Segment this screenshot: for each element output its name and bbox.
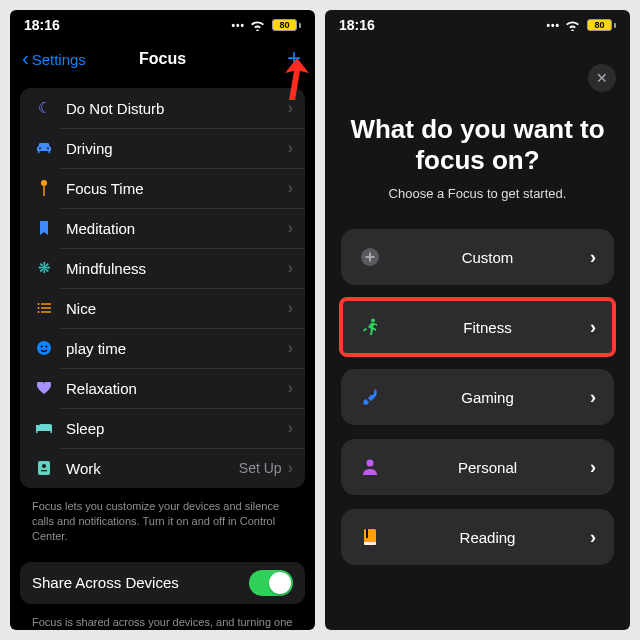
share-label: Share Across Devices xyxy=(32,574,249,591)
status-time: 18:16 xyxy=(24,17,60,33)
svg-point-22 xyxy=(371,319,375,323)
plus-circle-icon xyxy=(359,248,381,266)
settings-focus-screen: 18:16 ••• 80 ‹ Settings Focus + xyxy=(10,10,315,630)
status-bar: 18:16 ••• 80 xyxy=(10,10,315,40)
chevron-right-icon: › xyxy=(288,99,293,117)
focus-item-mindfulness[interactable]: ❋ Mindfulness › xyxy=(20,248,305,288)
battery-icon: 80 xyxy=(272,19,301,31)
focus-label: Focus Time xyxy=(66,180,288,197)
moon-icon: ☾ xyxy=(32,99,56,117)
chevron-right-icon: › xyxy=(288,139,293,157)
focus-label: Work xyxy=(66,460,239,477)
option-gaming[interactable]: Gaming › xyxy=(341,369,614,425)
focus-item-relaxation[interactable]: Relaxation › xyxy=(20,368,305,408)
chevron-right-icon: › xyxy=(590,317,596,338)
chevron-right-icon: › xyxy=(288,219,293,237)
option-label: Personal xyxy=(385,459,590,476)
hero-subtitle: Choose a Focus to get started. xyxy=(349,186,606,201)
bookmark-icon xyxy=(32,221,56,235)
svg-point-17 xyxy=(42,464,46,468)
chevron-left-icon: ‹ xyxy=(22,48,29,68)
chevron-right-icon: › xyxy=(288,299,293,317)
battery-icon: 80 xyxy=(587,19,616,31)
focus-label: Meditation xyxy=(66,220,288,237)
svg-rect-4 xyxy=(41,303,51,304)
focus-item-sleep[interactable]: Sleep › xyxy=(20,408,305,448)
svg-rect-21 xyxy=(366,256,375,258)
svg-rect-18 xyxy=(41,470,47,471)
hero: What do you want to focus on? Choose a F… xyxy=(325,40,630,205)
status-right: ••• 80 xyxy=(231,19,301,31)
option-label: Custom xyxy=(385,249,590,266)
rocket-icon xyxy=(359,388,381,406)
focus-item-dnd[interactable]: ☾ Do Not Disturb › xyxy=(20,88,305,128)
atom-icon: ❋ xyxy=(32,259,56,277)
svg-rect-2 xyxy=(43,185,44,196)
focus-trail: Set Up xyxy=(239,460,282,476)
svg-rect-12 xyxy=(36,428,52,431)
chevron-right-icon: › xyxy=(590,247,596,268)
svg-rect-13 xyxy=(36,425,39,428)
person-icon xyxy=(359,459,381,475)
runner-icon xyxy=(359,318,381,336)
focus-label: play time xyxy=(66,340,288,357)
chevron-right-icon: › xyxy=(288,259,293,277)
status-time: 18:16 xyxy=(339,17,375,33)
car-icon xyxy=(32,142,56,154)
svg-rect-6 xyxy=(41,307,51,308)
option-fitness[interactable]: Fitness › xyxy=(341,299,614,355)
chevron-right-icon: › xyxy=(288,379,293,397)
hero-title: What do you want to focus on? xyxy=(349,114,606,176)
choose-focus-screen: 18:16 ••• 80 ✕ What do you want to focus… xyxy=(325,10,630,630)
chevron-right-icon: › xyxy=(590,457,596,478)
battery-level: 80 xyxy=(279,20,289,30)
focus-item-focustime[interactable]: Focus Time › xyxy=(20,168,305,208)
focus-label: Relaxation xyxy=(66,380,288,397)
status-right: ••• 80 xyxy=(546,19,616,31)
add-focus-button[interactable]: + xyxy=(287,46,301,70)
svg-rect-14 xyxy=(36,431,38,433)
chevron-right-icon: › xyxy=(288,459,293,477)
wifi-dots-icon: ••• xyxy=(546,20,560,31)
svg-point-11 xyxy=(45,346,47,348)
svg-point-10 xyxy=(41,346,43,348)
back-button[interactable]: ‹ Settings xyxy=(22,50,86,68)
chevron-right-icon: › xyxy=(590,387,596,408)
share-toggle[interactable] xyxy=(249,570,293,596)
option-custom[interactable]: Custom › xyxy=(341,229,614,285)
wifi-icon xyxy=(565,20,580,31)
badge-icon xyxy=(32,461,56,475)
focus-item-nice[interactable]: Nice › xyxy=(20,288,305,328)
option-personal[interactable]: Personal › xyxy=(341,439,614,495)
focus-item-work[interactable]: Work Set Up › xyxy=(20,448,305,488)
book-icon xyxy=(359,529,381,545)
focus-list: ☾ Do Not Disturb › Driving › Focus Time … xyxy=(20,88,305,488)
option-reading[interactable]: Reading › xyxy=(341,509,614,565)
bed-icon xyxy=(32,423,56,433)
chevron-right-icon: › xyxy=(590,527,596,548)
share-across-devices-row[interactable]: Share Across Devices xyxy=(20,562,305,604)
focus-label: Mindfulness xyxy=(66,260,288,277)
focus-item-playtime[interactable]: play time › xyxy=(20,328,305,368)
focus-item-driving[interactable]: Driving › xyxy=(20,128,305,168)
chevron-right-icon: › xyxy=(288,339,293,357)
svg-point-9 xyxy=(37,341,51,355)
pin-icon xyxy=(32,180,56,196)
status-bar: 18:16 ••• 80 xyxy=(325,10,630,40)
svg-point-23 xyxy=(371,393,373,395)
wifi-dots-icon: ••• xyxy=(231,20,245,31)
focus-label: Driving xyxy=(66,140,288,157)
option-label: Gaming xyxy=(385,389,590,406)
focus-footer-text: Focus lets you customize your devices an… xyxy=(20,494,305,552)
nav-header: ‹ Settings Focus + xyxy=(10,40,315,78)
focus-item-meditation[interactable]: Meditation › xyxy=(20,208,305,248)
close-button[interactable]: ✕ xyxy=(588,64,616,92)
chevron-right-icon: › xyxy=(288,179,293,197)
back-label: Settings xyxy=(32,51,86,68)
focus-label: Do Not Disturb xyxy=(66,100,288,117)
svg-rect-15 xyxy=(51,431,53,433)
heart-icon xyxy=(32,382,56,394)
focus-options: Custom › Fitness › Gaming › Personal › R… xyxy=(325,205,630,565)
wifi-icon xyxy=(250,20,265,31)
focus-label: Nice xyxy=(66,300,288,317)
